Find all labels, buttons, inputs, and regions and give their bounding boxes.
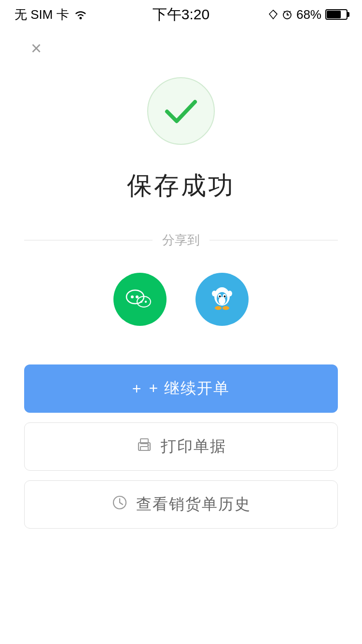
divider-left <box>24 240 153 240</box>
alarm-icon <box>282 9 292 20</box>
action-buttons: + + 继续开单 打印单据 查看销货单 <box>24 364 338 529</box>
wechat-share-button[interactable] <box>113 273 167 326</box>
history-button[interactable]: 查看销货单历史 <box>24 480 338 529</box>
battery-icon <box>325 9 348 20</box>
continue-button[interactable]: + + 继续开单 <box>24 364 338 413</box>
svg-point-27 <box>147 444 149 446</box>
svg-rect-26 <box>140 447 148 450</box>
location-icon <box>268 9 278 20</box>
status-icons: 68% <box>268 7 348 22</box>
battery-pct: 68% <box>296 7 321 22</box>
svg-point-14 <box>212 291 217 296</box>
checkmark-icon <box>164 98 198 125</box>
print-label: 打印单据 <box>161 436 226 457</box>
share-label: 分享到 <box>162 232 200 249</box>
main-content: 保存成功 分享到 <box>0 29 362 529</box>
svg-line-30 <box>120 503 123 504</box>
clock-icon <box>111 494 128 515</box>
status-time: 下午3:20 <box>153 5 209 25</box>
svg-point-7 <box>131 295 134 298</box>
wechat-icon <box>125 285 155 313</box>
svg-point-22 <box>223 306 229 310</box>
status-bar: 无 SIM 卡 下午3:20 68% <box>0 0 362 29</box>
close-button[interactable]: × <box>24 36 48 60</box>
svg-point-23 <box>219 297 225 305</box>
qq-icon <box>208 284 237 315</box>
svg-point-0 <box>79 17 82 19</box>
qq-share-button[interactable] <box>195 273 249 326</box>
svg-point-10 <box>140 301 142 303</box>
print-button[interactable]: 打印单据 <box>24 422 338 471</box>
status-carrier: 无 SIM 卡 <box>14 6 87 23</box>
svg-point-19 <box>224 295 226 297</box>
continue-label: + 继续开单 <box>149 378 230 399</box>
history-label: 查看销货单历史 <box>136 494 251 515</box>
share-icons <box>113 273 249 326</box>
svg-point-18 <box>219 295 221 297</box>
success-title: 保存成功 <box>127 169 235 203</box>
svg-point-15 <box>227 291 232 296</box>
wifi-icon <box>74 9 87 20</box>
plus-icon: + <box>132 380 141 398</box>
printer-icon <box>136 436 153 457</box>
divider-right <box>209 240 338 240</box>
svg-point-21 <box>215 306 222 310</box>
svg-point-11 <box>145 301 147 303</box>
success-icon-circle <box>147 77 215 145</box>
share-divider: 分享到 <box>24 232 338 249</box>
svg-point-8 <box>136 295 139 298</box>
